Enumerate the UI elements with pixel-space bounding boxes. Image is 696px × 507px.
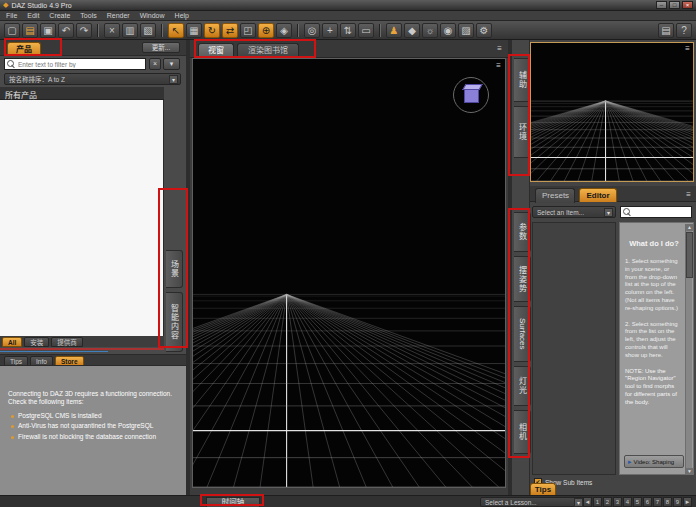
paste-icon[interactable]: ▧ <box>140 23 156 38</box>
right-dock: 辅助 环境 参数 摆姿势 Surfaces 灯光 相机 ≡ Presets Ed… <box>512 40 696 495</box>
scroll-down-icon[interactable]: ▼ <box>686 468 693 475</box>
scrollbar-thumb[interactable] <box>686 232 693 278</box>
search-options-button[interactable]: ▾ <box>163 58 180 70</box>
help-icon[interactable]: ? <box>676 23 692 38</box>
aux-viewport[interactable]: ≡ <box>530 42 694 182</box>
pager-1[interactable]: 1 <box>593 497 602 507</box>
pager-next[interactable]: ► <box>683 497 692 507</box>
menu-create[interactable]: Create <box>49 12 70 19</box>
tab-products[interactable]: 产品 <box>7 42 41 56</box>
editor-search-input[interactable] <box>632 209 691 216</box>
redo-icon[interactable]: ↷ <box>76 23 92 38</box>
new-file-icon[interactable]: ▢ <box>4 23 20 38</box>
help-scrollbar[interactable]: ▲ ▼ <box>685 224 692 475</box>
sort-dropdown-value: 按名称排序：A to Z <box>9 74 65 84</box>
orbit-camera-icon[interactable]: ◎ <box>304 23 320 38</box>
item-select-value: Select an Item... <box>537 209 584 216</box>
daz-studio-window: ◆ DAZ Studio 4.9 Pro – □ × File Edit Cre… <box>0 0 696 507</box>
surface-selection-tool-icon[interactable]: ◈ <box>276 23 292 38</box>
save-icon[interactable]: ▣ <box>40 23 56 38</box>
filter-search-input[interactable] <box>16 61 145 68</box>
undo-icon[interactable]: ↶ <box>58 23 74 38</box>
universal-tool-icon[interactable]: ⊕ <box>258 23 274 38</box>
create-figure-icon[interactable]: ♟ <box>386 23 402 38</box>
aux-options-icon[interactable]: ≡ <box>685 45 690 53</box>
update-button[interactable]: 更新... <box>142 42 180 53</box>
viewport-pane: 视窗 渲染图书馆 ≡ ≡ <box>190 40 508 495</box>
filter-tab-vendor[interactable]: 提供商 <box>51 337 83 347</box>
filter-tab-installed[interactable]: 安装 <box>24 337 49 347</box>
pane-tab-posing[interactable]: 摆姿势 <box>514 256 531 302</box>
main-toolbar: ▢▤▣↶↷×▥▧↖▦↻⇄◰⊕◈◎+⇅▭♟◆☼◉▨⚙▤? <box>0 21 696 40</box>
lesson-dropdown[interactable]: Select a Lesson... ▾ <box>480 497 586 507</box>
cut-icon[interactable]: × <box>104 23 120 38</box>
pane-tab-environment[interactable]: 环境 <box>514 106 531 158</box>
menu-render[interactable]: Render <box>107 12 130 19</box>
frame-camera-icon[interactable]: ▭ <box>358 23 374 38</box>
pane-tab-scene[interactable]: 场景 <box>166 250 183 288</box>
pager-8[interactable]: 8 <box>663 497 672 507</box>
create-camera-icon[interactable]: ◉ <box>440 23 456 38</box>
3d-viewport[interactable]: ≡ <box>192 58 506 488</box>
render-icon[interactable]: ▨ <box>458 23 474 38</box>
node-selection-tool-icon[interactable]: ↖ <box>168 23 184 38</box>
dolly-camera-icon[interactable]: ⇅ <box>340 23 356 38</box>
pane-tab-aux-viewport[interactable]: 辅助 <box>514 58 531 102</box>
pager-7[interactable]: 7 <box>653 497 662 507</box>
clear-search-button[interactable]: × <box>149 58 161 70</box>
pan-camera-icon[interactable]: + <box>322 23 338 38</box>
product-list[interactable] <box>0 100 164 336</box>
minimize-button[interactable]: – <box>656 1 667 9</box>
help-note: NOTE: Use the "Region Navigator" tool to… <box>625 368 683 407</box>
tab-timeline[interactable]: 时间轴 <box>206 497 260 507</box>
create-prop-icon[interactable]: ◆ <box>404 23 420 38</box>
tab-presets[interactable]: Presets <box>535 188 575 203</box>
product-filter-tabs: All 安装 提供商 <box>0 336 164 347</box>
view-cube-gizmo[interactable] <box>453 77 489 113</box>
pager-3[interactable]: 3 <box>613 497 622 507</box>
pane-tab-lights[interactable]: 灯光 <box>514 366 531 406</box>
copy-icon[interactable]: ▥ <box>122 23 138 38</box>
item-select-dropdown[interactable]: Select an Item... ▾ <box>532 206 616 218</box>
title-bar[interactable]: ◆ DAZ Studio 4.9 Pro – □ × <box>0 0 696 11</box>
close-button[interactable]: × <box>682 1 693 9</box>
pager-4[interactable]: 4 <box>623 497 632 507</box>
tab-render-library[interactable]: 渲染图书馆 <box>237 43 299 58</box>
open-file-icon[interactable]: ▤ <box>22 23 38 38</box>
translate-tool-icon[interactable]: ⇄ <box>222 23 238 38</box>
video-shaping-button[interactable]: ▸ Video: Shaping <box>624 455 684 468</box>
tab-viewport[interactable]: 视窗 <box>198 43 234 58</box>
pane-menu-icon[interactable]: ≡ <box>497 45 502 53</box>
menu-help[interactable]: Help <box>175 12 189 19</box>
pager-prev[interactable]: ◄ <box>583 497 592 507</box>
rotate-tool-icon[interactable]: ↻ <box>204 23 220 38</box>
scroll-up-icon[interactable]: ▲ <box>686 224 693 231</box>
pager-2[interactable]: 2 <box>603 497 612 507</box>
pane-menu-icon[interactable]: ≡ <box>686 191 691 199</box>
store-info-item: Firewall is not blocking the database co… <box>11 433 178 441</box>
sort-dropdown[interactable]: 按名称排序：A to Z ▾ <box>4 73 181 85</box>
pager-9[interactable]: 9 <box>673 497 682 507</box>
filter-tab-all[interactable]: All <box>2 337 22 347</box>
render-settings-icon[interactable]: ⚙ <box>476 23 492 38</box>
morph-list[interactable] <box>532 222 616 475</box>
pane-tab-parameters[interactable]: 参数 <box>514 212 531 252</box>
pager-6[interactable]: 6 <box>643 497 652 507</box>
pager-5[interactable]: 5 <box>633 497 642 507</box>
create-light-icon[interactable]: ☼ <box>422 23 438 38</box>
menu-file[interactable]: File <box>6 12 17 19</box>
pane-tab-cameras[interactable]: 相机 <box>514 410 531 454</box>
geometry-editor-tool-icon[interactable]: ▦ <box>186 23 202 38</box>
scene-info-icon[interactable]: ▤ <box>658 23 674 38</box>
menu-edit[interactable]: Edit <box>27 12 39 19</box>
scale-tool-icon[interactable]: ◰ <box>240 23 256 38</box>
maximize-button[interactable]: □ <box>669 1 680 9</box>
pane-tab-smart-content[interactable]: 智能内容 <box>166 292 183 352</box>
all-products-header: 所有产品 <box>0 87 164 100</box>
tab-tips-right[interactable]: Tips <box>530 483 556 495</box>
pane-tab-surfaces[interactable]: Surfaces <box>514 306 531 362</box>
viewport-options-icon[interactable]: ≡ <box>496 62 501 70</box>
menu-tools[interactable]: Tools <box>80 12 96 19</box>
tab-editor[interactable]: Editor <box>579 188 617 202</box>
menu-window[interactable]: Window <box>140 12 165 19</box>
